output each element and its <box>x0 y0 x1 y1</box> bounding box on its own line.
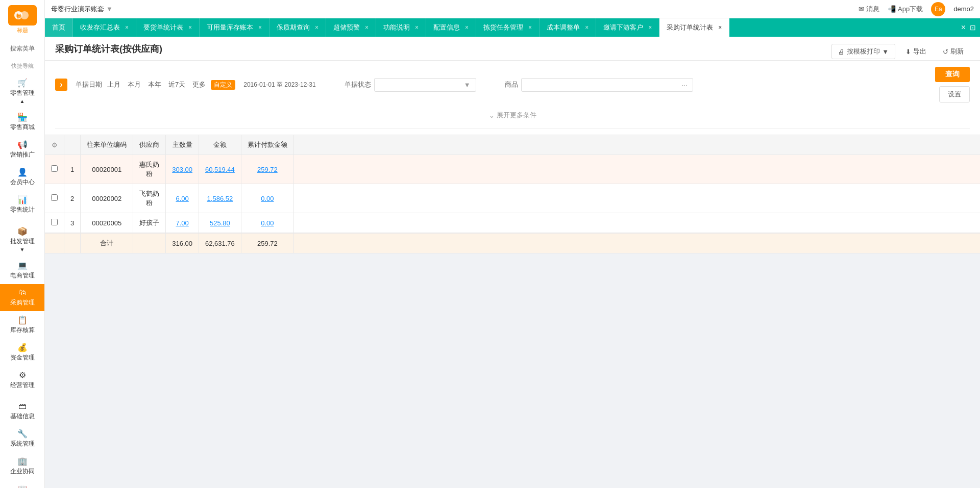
chevron-down-icon: ⌄ <box>489 112 495 119</box>
search-area[interactable]: 搜索英单 <box>0 39 44 58</box>
minimize-icon[interactable]: ⊡ <box>970 23 976 32</box>
tab-close-icon[interactable]: × <box>528 24 532 31</box>
tab-goods-summary[interactable]: 要货单统计表 × <box>136 18 200 37</box>
tab-collect[interactable]: 收发存汇总表 × <box>73 18 136 37</box>
sidebar-item-member[interactable]: 👤 会员中心 <box>0 163 44 191</box>
tab-close-icon[interactable]: × <box>585 24 589 31</box>
cell-checkbox[interactable] <box>45 184 64 213</box>
sidebar-item-purchase[interactable]: 🛍 采购管理 <box>0 284 44 311</box>
row-checkbox[interactable] <box>51 219 58 225</box>
tab-purchase-summary[interactable]: 采购订单统计表 × <box>659 18 729 37</box>
th-row-num <box>64 135 81 155</box>
tab-expiry[interactable]: 保质期查询 × <box>270 18 326 37</box>
tab-close-icon[interactable]: × <box>188 24 192 31</box>
sidebar-item-retail[interactable]: 🛒 零售管理 ▲ <box>0 74 44 108</box>
tab-function[interactable]: 功能说明 × <box>376 18 426 37</box>
tab-label: 邀请下游客户 <box>603 23 643 32</box>
search-button[interactable]: 搜索英单 <box>4 42 40 55</box>
close-all-tabs-icon[interactable]: × <box>961 23 966 32</box>
tab-close-icon[interactable]: × <box>315 24 318 31</box>
shortcut-more[interactable]: 更多 <box>190 79 208 90</box>
tab-close-icon[interactable]: × <box>258 24 262 31</box>
cell-amount[interactable]: 60,519.44 <box>199 155 241 184</box>
tab-pick-task[interactable]: 拣货任务管理 × <box>476 18 540 37</box>
message-button[interactable]: ✉ 消息 <box>859 5 879 14</box>
paid-amount-link[interactable]: 0.00 <box>261 195 274 202</box>
cell-checkbox[interactable] <box>45 155 64 184</box>
table-row[interactable]: 2 00020002 飞鹤奶粉 6.00 1,586.52 0.00 <box>45 184 980 213</box>
export-button[interactable]: ⬇ 导出 <box>899 44 933 59</box>
cell-quantity[interactable]: 303.00 <box>166 155 199 184</box>
tab-invite-downstream[interactable]: 邀请下游客户 × <box>596 18 659 37</box>
filter-toggle-button[interactable]: › <box>55 79 67 91</box>
tab-available-stock[interactable]: 可用量库存账本 × <box>200 18 270 37</box>
sidebar-item-promo[interactable]: 📢 营销推广 <box>0 136 44 163</box>
settings-button[interactable]: 设置 <box>939 86 970 102</box>
amount-link[interactable]: 525.80 <box>210 219 230 227</box>
amount-link[interactable]: 1,586.52 <box>207 195 233 202</box>
cell-quantity[interactable]: 7.00 <box>166 213 199 234</box>
tab-close-icon[interactable]: × <box>365 24 369 31</box>
table-row[interactable]: 1 00020001 惠氏奶粉 303.00 60,519.44 259.72 <box>45 155 980 184</box>
sidebar-item-label: 会员中心 <box>10 178 35 187</box>
row-checkbox[interactable] <box>51 194 58 201</box>
cell-amount[interactable]: 1,586.52 <box>199 184 241 213</box>
quantity-link[interactable]: 7.00 <box>176 219 188 227</box>
tab-cost-adjust[interactable]: 成本调整单 × <box>540 18 596 37</box>
column-settings-icon[interactable]: ⚙ <box>52 141 58 149</box>
quantity-link[interactable]: 6.00 <box>176 195 188 202</box>
stats-icon: 📊 <box>17 195 28 204</box>
table-row[interactable]: 3 00020005 好孩子 7.00 525.80 0.00 <box>45 213 980 234</box>
sidebar-item-basic[interactable]: 🗃 基础信息 <box>0 398 44 425</box>
sidebar-item-guide[interactable]: 📖 新手引导 <box>0 480 44 488</box>
avatar[interactable]: Ea <box>931 2 945 16</box>
cell-quantity[interactable]: 6.00 <box>166 184 199 213</box>
sidebar-item-corp[interactable]: 🏢 企业协同 <box>0 452 44 480</box>
quantity-link[interactable]: 303.00 <box>172 166 192 173</box>
custom-date-badge[interactable]: 自定义 <box>211 80 235 90</box>
cell-supplier: 好孩子 <box>133 213 166 234</box>
cell-checkbox[interactable] <box>45 213 64 234</box>
sidebar-item-batch[interactable]: 📦 批发管理 ▼ <box>0 222 44 256</box>
tab-close-icon[interactable]: × <box>125 24 129 31</box>
query-button[interactable]: 查询 <box>935 67 970 82</box>
tab-home[interactable]: 首页 <box>45 18 73 37</box>
paid-amount-link[interactable]: 0.00 <box>261 219 274 227</box>
amount-link[interactable]: 60,519.44 <box>205 166 235 173</box>
cell-paid-amount[interactable]: 0.00 <box>241 213 293 234</box>
guide-icon: 📖 <box>17 484 28 488</box>
sidebar-item-shop[interactable]: 🏪 零售商城 <box>0 108 44 136</box>
workspace-selector[interactable]: 母婴行业演示账套 ▼ <box>51 5 854 14</box>
tab-label: 超储预警 <box>333 23 360 32</box>
sidebar-item-ops[interactable]: ⚙ 经营管理 <box>0 366 44 394</box>
tab-close-icon[interactable]: × <box>648 24 652 31</box>
status-select[interactable]: ▼ <box>374 78 476 92</box>
goods-input[interactable]: ··· <box>521 78 693 92</box>
template-print-button[interactable]: 🖨 按模板打印 ▼ <box>831 44 895 59</box>
cell-amount[interactable]: 525.80 <box>199 213 241 234</box>
shortcut-this-month[interactable]: 本月 <box>126 79 143 90</box>
tab-close-icon[interactable]: × <box>415 24 419 31</box>
sidebar-item-stock[interactable]: 📋 库存核算 <box>0 311 44 339</box>
tab-config[interactable]: 配置信息 × <box>426 18 476 37</box>
app-download-button[interactable]: 📲 App下载 <box>888 5 923 14</box>
tab-overstock[interactable]: 超储预警 × <box>326 18 376 37</box>
shortcut-last-month[interactable]: 上月 <box>105 79 122 90</box>
shortcut-this-year[interactable]: 本年 <box>146 79 163 90</box>
refresh-button[interactable]: ↺ 刷新 <box>937 44 970 59</box>
sidebar-item-system[interactable]: 🔧 系统管理 <box>0 425 44 452</box>
paid-amount-link[interactable]: 259.72 <box>257 166 278 173</box>
tab-close-icon[interactable]: × <box>465 24 469 31</box>
workspace-dropdown-icon[interactable]: ▼ <box>106 5 113 13</box>
row-checkbox[interactable] <box>51 165 58 172</box>
sidebar-item-ecom[interactable]: 💻 电商管理 <box>0 256 44 284</box>
sidebar-item-retail-stats[interactable]: 📊 零售统计 <box>0 191 44 218</box>
chevron-down-icon: ▼ <box>882 48 889 56</box>
logo-text: 标题 <box>17 27 28 34</box>
expand-more-button[interactable]: ⌄ 展开更多条件 <box>485 107 541 124</box>
tab-close-icon[interactable]: × <box>718 24 722 31</box>
cell-paid-amount[interactable]: 0.00 <box>241 184 293 213</box>
shortcut-7days[interactable]: 近7天 <box>166 79 187 90</box>
cell-paid-amount[interactable]: 259.72 <box>241 155 293 184</box>
sidebar-item-finance[interactable]: 💰 资金管理 <box>0 339 44 366</box>
